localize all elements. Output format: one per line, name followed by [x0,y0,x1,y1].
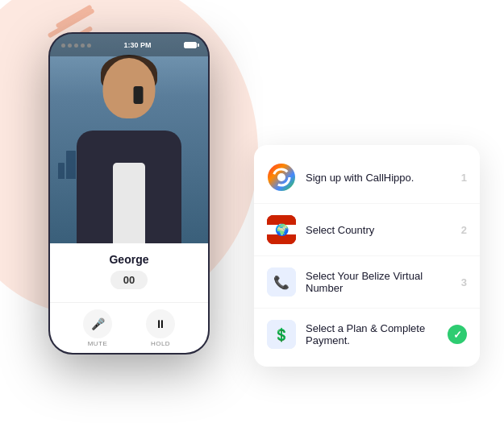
step-1-signup[interactable]: Sign up with CallHippo. 1 [254,151,480,204]
hold-button[interactable]: ⏸ HOLD [146,309,175,347]
phone-battery [184,42,197,48]
person-head [103,58,156,118]
phone-number-icon: 📞 [267,267,296,297]
steps-card: Sign up with CallHippo. 1 🌍 Select Count… [254,145,480,367]
step-1-number: 1 [461,172,467,184]
mute-button[interactable]: 🎤 MUTE [83,309,112,347]
mute-label: MUTE [88,340,108,347]
phone-status-bar: 1:30 PM [50,34,208,56]
battery-icon [184,42,197,48]
phone-info-area: George 00 [50,243,208,302]
caller-name: George [58,253,200,266]
person-holding-phone [134,86,144,104]
step-4-text: Select a Plan & Complete Payment. [306,322,438,346]
call-timer-btn: 00 [110,271,148,289]
phone-mockup: 1:30 PM [48,32,210,355]
svg-point-2 [277,173,285,181]
hold-icon: ⏸ [146,309,175,338]
mute-icon: 🎤 [83,309,112,338]
svg-text:📞: 📞 [273,275,289,290]
step-4-check [448,325,467,344]
call-timer: 00 [123,274,135,286]
step-1-text: Sign up with CallHippo. [306,172,452,184]
person-body [77,131,181,243]
step-3-text: Select Your Belize Virtual Number [306,270,452,294]
phone-time: 1:30 PM [123,41,151,49]
phone-speaker [61,44,91,48]
step-3-number[interactable]: 📞 Select Your Belize Virtual Number 3 [254,256,480,309]
callhippo-logo-icon [267,163,296,192]
step-3-number: 3 [461,276,467,288]
payment-dollar-icon: 💲 [267,320,296,349]
hold-label: HOLD [151,340,170,347]
step-4-payment[interactable]: 💲 Select a Plan & Complete Payment. [254,309,480,360]
step-2-country[interactable]: 🌍 Select Country 2 [254,204,480,256]
svg-text:💲: 💲 [273,327,289,342]
step-2-text: Select Country [306,224,452,236]
building-1 [58,163,65,179]
country-flag-icon: 🌍 [267,215,296,244]
svg-text:🌍: 🌍 [275,223,289,237]
phone-photo-area [50,34,208,243]
phone-actions-bar: 🎤 MUTE ⏸ HOLD [50,302,208,355]
person-figure [65,50,194,243]
person-shirt [113,163,145,243]
step-2-number: 2 [461,224,467,236]
phone-body: 1:30 PM [48,32,210,355]
